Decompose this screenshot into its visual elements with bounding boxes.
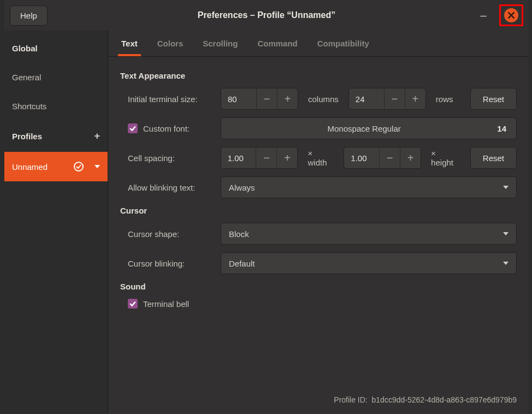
cursor-shape-value: Block <box>229 229 249 239</box>
custom-font-button[interactable]: Monospace Regular 14 <box>221 117 517 139</box>
width-stepper[interactable]: 1.00 − + <box>221 147 298 169</box>
check-icon <box>129 125 136 132</box>
chevron-down-icon <box>503 232 509 235</box>
tabs: Text Colors Scrolling Command Compatibil… <box>108 31 529 57</box>
columns-value: 80 <box>221 94 256 104</box>
initial-terminal-size-label: Initial terminal size: <box>120 94 213 104</box>
section-cursor: Cursor <box>120 206 517 215</box>
reset-size-button[interactable]: Reset <box>470 88 517 110</box>
height-decrement[interactable]: − <box>379 147 400 168</box>
sidebar-header-profiles: Profiles + <box>4 121 108 152</box>
preferences-window: Help Preferences – Profile “Unnamed” – G… <box>4 0 529 414</box>
sidebar-header-global: Global <box>4 34 108 63</box>
allow-blinking-label: Allow blinking text: <box>120 183 213 192</box>
cursor-blinking-combo[interactable]: Default <box>221 252 517 274</box>
sidebar: Global General Shortcuts Profiles + Unna… <box>4 31 108 414</box>
rows-decrement[interactable]: − <box>384 88 405 109</box>
minimize-button[interactable]: – <box>477 9 489 21</box>
profile-id-label: Profile ID: <box>334 395 367 404</box>
font-name: Monospace Regular <box>231 124 497 133</box>
custom-font-label: Custom font: <box>143 124 190 133</box>
cursor-blinking-label: Cursor blinking: <box>120 259 213 268</box>
footer: Profile ID: b1dcc9dd-5262-4d8d-a863-c897… <box>108 389 529 414</box>
width-decrement[interactable]: − <box>256 147 276 168</box>
sidebar-header-profiles-label: Profiles <box>12 132 42 141</box>
titlebar: Help Preferences – Profile “Unnamed” – <box>4 0 529 31</box>
columns-stepper[interactable]: 80 − + <box>221 88 298 110</box>
columns-unit: columns <box>306 94 341 104</box>
check-icon <box>129 300 136 307</box>
height-increment[interactable]: + <box>400 147 421 168</box>
cursor-blinking-value: Default <box>229 259 255 268</box>
cursor-shape-combo[interactable]: Block <box>221 223 517 245</box>
width-value: 1.00 <box>221 153 256 163</box>
close-button[interactable] <box>504 8 518 22</box>
custom-font-checkbox[interactable] <box>128 123 138 133</box>
terminal-bell-checkbox-row[interactable]: Terminal bell <box>120 299 189 309</box>
columns-decrement[interactable]: − <box>256 88 277 109</box>
window-title: Preferences – Profile “Unnamed” <box>4 10 529 20</box>
close-button-highlight <box>499 4 523 26</box>
tab-scrolling[interactable]: Scrolling <box>202 31 239 56</box>
add-profile-button[interactable]: + <box>94 131 100 142</box>
columns-increment[interactable]: + <box>277 88 298 109</box>
chevron-down-icon <box>503 186 509 189</box>
tab-text[interactable]: Text <box>120 31 139 56</box>
rows-increment[interactable]: + <box>405 88 425 109</box>
tab-command[interactable]: Command <box>256 31 298 56</box>
section-sound: Sound <box>120 282 517 291</box>
default-profile-check-icon <box>74 162 84 171</box>
profile-menu-chevron-down-icon[interactable] <box>94 165 100 168</box>
sidebar-item-general[interactable]: General <box>4 63 108 92</box>
allow-blinking-combo[interactable]: Always <box>221 176 517 198</box>
content: Text Appearance Initial terminal size: 8… <box>108 57 529 389</box>
main-panel: Text Colors Scrolling Command Compatibil… <box>108 31 529 414</box>
terminal-bell-label: Terminal bell <box>143 299 189 309</box>
height-value: 1.00 <box>344 153 379 163</box>
profile-id-value: b1dcc9dd-5262-4d8d-a863-c897e6d979b9 <box>372 395 517 404</box>
rows-stepper[interactable]: 24 − + <box>348 88 426 110</box>
help-button[interactable]: Help <box>10 5 48 26</box>
cell-spacing-label: Cell spacing: <box>120 153 213 163</box>
tab-compatibility[interactable]: Compatibility <box>316 31 370 56</box>
tab-colors[interactable]: Colors <box>156 31 185 56</box>
sidebar-item-label: Unnamed <box>12 162 48 171</box>
sidebar-item-profile-unnamed[interactable]: Unnamed <box>4 152 108 181</box>
height-unit: × height <box>429 149 463 167</box>
sidebar-item-shortcuts[interactable]: Shortcuts <box>4 92 108 121</box>
section-text-appearance: Text Appearance <box>120 71 517 80</box>
width-increment[interactable]: + <box>276 147 297 168</box>
height-stepper[interactable]: 1.00 − + <box>344 147 421 169</box>
allow-blinking-value: Always <box>229 183 255 192</box>
reset-spacing-button[interactable]: Reset <box>470 147 517 169</box>
width-unit: × width <box>305 149 336 167</box>
close-icon <box>508 12 515 19</box>
window-controls: – <box>477 4 523 26</box>
font-size: 14 <box>497 124 506 133</box>
rows-unit: rows <box>434 94 456 104</box>
chevron-down-icon <box>503 262 509 265</box>
terminal-bell-checkbox[interactable] <box>128 299 138 309</box>
cursor-shape-label: Cursor shape: <box>120 229 213 239</box>
rows-value: 24 <box>349 94 384 104</box>
custom-font-checkbox-row[interactable]: Custom font: <box>120 123 213 133</box>
